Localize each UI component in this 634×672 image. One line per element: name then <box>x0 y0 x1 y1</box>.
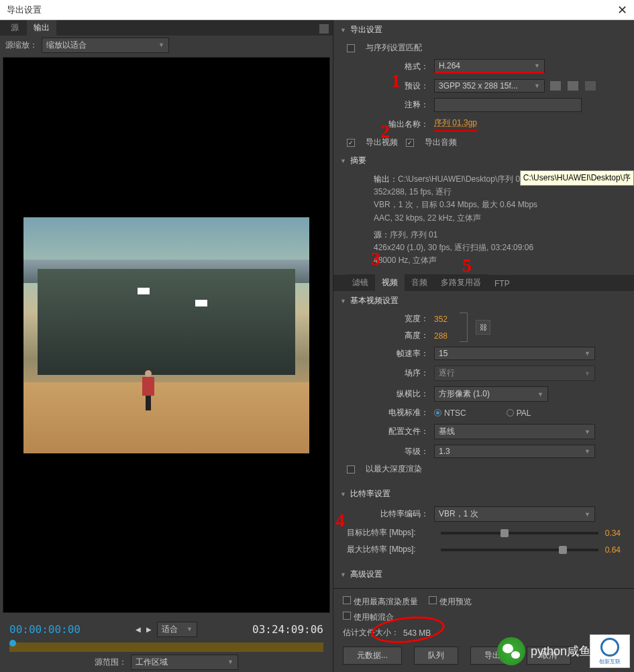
slider-thumb[interactable] <box>500 529 509 537</box>
summary-title: 摘要 <box>350 155 366 166</box>
level-dropdown[interactable]: 1.3▼ <box>434 445 595 458</box>
settings-tabs: 滤镜 视频 音频 多路复用器 FTP <box>333 275 634 291</box>
bitrate-title: 比特率设置 <box>350 488 390 500</box>
tab-source[interactable]: 源 <box>4 20 25 36</box>
link-bracket <box>460 313 468 342</box>
aspect-dropdown[interactable]: 方形像素 (1.0)▼ <box>434 386 548 402</box>
queue-button[interactable]: 队列 <box>414 647 458 665</box>
tab-ftp[interactable]: FTP <box>488 276 517 291</box>
max-bitrate-value[interactable]: 0.64 <box>605 545 621 555</box>
max-bitrate-slider[interactable] <box>441 549 598 551</box>
summary-source-label: 源： <box>374 230 390 239</box>
bitrate-encoding-value: VBR，1 次 <box>439 508 478 520</box>
match-sequence-checkbox[interactable] <box>347 44 355 52</box>
tab-multiplexer[interactable]: 多路复用器 <box>434 274 488 291</box>
output-path-tooltip: C:\Users\HUAWEI\Desktop\序 <box>520 170 634 186</box>
tab-video[interactable]: 视频 <box>375 274 405 291</box>
bitrate-encoding-label: 比特率编码： <box>333 508 434 520</box>
bitrate-header[interactable]: ▼ 比特率设置 <box>333 484 634 504</box>
tab-audio[interactable]: 音频 <box>405 274 434 291</box>
export-settings-window: 导出设置 ✕ 源 输出 源缩放： 缩放以适合▼ <box>0 0 634 672</box>
timecode-total: 03:24:09:06 <box>252 623 323 636</box>
height-value[interactable]: 288 <box>434 331 447 341</box>
right-pane: ▼ 导出设置 与序列设置匹配 格式： H.264▼ 预设： 3GPP 352 <box>333 20 634 672</box>
level-label: 等级： <box>333 446 434 457</box>
format-dropdown[interactable]: H.264▼ <box>434 59 545 74</box>
use-preview-checkbox[interactable] <box>429 596 437 604</box>
delete-preset-icon[interactable] <box>585 81 596 91</box>
import-preset-icon[interactable] <box>568 81 578 91</box>
preview-image <box>23 217 309 453</box>
source-range-dropdown[interactable]: 工作区域▼ <box>131 655 238 670</box>
close-icon[interactable]: ✕ <box>617 3 627 17</box>
summary-header[interactable]: ▼ 摘要 <box>333 151 634 170</box>
playhead[interactable] <box>9 640 16 647</box>
timecode-current[interactable]: 00:00:00:00 <box>9 623 81 636</box>
source-range-value: 工作区域 <box>136 657 168 668</box>
ntsc-radio[interactable] <box>434 409 441 416</box>
preview-area[interactable] <box>3 57 330 613</box>
next-frame-icon[interactable]: ▶ <box>146 626 152 633</box>
advanced-header[interactable]: ▼ 高级设置 <box>333 565 634 584</box>
profile-dropdown[interactable]: 基线▼ <box>434 424 595 439</box>
chevron-down-icon: ▼ <box>534 62 540 69</box>
fit-dropdown[interactable]: 适合▼ <box>157 622 197 637</box>
scale-dropdown[interactable]: 缩放以适合▼ <box>42 38 169 53</box>
summary-output-path: C:\Users\HUAWEI\Desktop\序列 01.3gp <box>398 174 540 184</box>
pal-radio[interactable] <box>507 409 514 416</box>
max-render-quality-label: 使用最高渲染质量 <box>354 597 418 606</box>
export-audio-checkbox[interactable] <box>406 139 414 147</box>
basic-video-header[interactable]: ▼ 基本视频设置 <box>333 291 634 311</box>
disclosure-triangle-icon: ▼ <box>340 27 346 34</box>
panel-menu-icon[interactable] <box>319 24 329 34</box>
corner-logo: 创新互联 <box>590 634 630 668</box>
metadata-button[interactable]: 元数据... <box>343 647 402 665</box>
summary-out-l2: 352x288, 15 fps, 逐行 <box>374 186 621 199</box>
summary-output-label: 输出： <box>374 174 398 184</box>
tv-standard-label: 电视标准： <box>333 407 434 418</box>
ntsc-label: NTSC <box>444 408 466 418</box>
chevron-down-icon: ▼ <box>584 429 590 435</box>
chevron-down-icon: ▼ <box>584 350 590 357</box>
max-depth-label: 以最大深度渲染 <box>366 463 422 475</box>
export-video-checkbox[interactable] <box>347 139 355 147</box>
source-range-label: 源范围： <box>95 657 127 668</box>
profile-value: 基线 <box>439 426 455 437</box>
preset-dropdown[interactable]: 3GPP 352 x 288 15f...▼ <box>434 79 545 93</box>
tab-output[interactable]: 输出 <box>27 20 56 36</box>
bitrate-encoding-dropdown[interactable]: VBR，1 次▼ <box>434 506 595 522</box>
slider-thumb[interactable] <box>559 546 567 554</box>
tab-filter[interactable]: 滤镜 <box>346 274 375 291</box>
target-bitrate-slider[interactable] <box>441 532 598 535</box>
basic-video-title: 基本视频设置 <box>350 295 399 306</box>
max-render-quality-checkbox[interactable] <box>343 596 351 604</box>
fps-label: 帧速率： <box>333 348 434 359</box>
chevron-down-icon: ▼ <box>584 448 590 455</box>
summary-out-l4: AAC, 32 kbps, 22 kHz, 立体声 <box>374 212 621 225</box>
output-name-link[interactable]: 序列 01.3gp <box>434 117 477 131</box>
pal-label: PAL <box>517 408 531 418</box>
link-dimensions-icon[interactable]: ⛓ <box>476 320 490 335</box>
advanced-title: 高级设置 <box>350 569 382 580</box>
prev-frame-icon[interactable]: ◀ <box>136 626 141 633</box>
timeline-bar[interactable] <box>9 642 323 652</box>
summary-content: 输出：C:\Users\HUAWEI\Desktop\序列 01.3gp 352… <box>333 170 634 275</box>
target-bitrate-label: 目标比特率 [Mbps]: <box>347 527 434 539</box>
export-settings-header[interactable]: ▼ 导出设置 <box>333 20 634 40</box>
aspect-value: 方形像素 (1.0) <box>439 388 490 400</box>
chevron-down-icon: ▼ <box>534 82 540 89</box>
save-preset-icon[interactable] <box>550 81 561 91</box>
export-audio-label: 导出音频 <box>425 137 457 148</box>
width-value[interactable]: 352 <box>434 315 447 324</box>
summary-src-l1: 序列, 序列 01 <box>390 230 437 239</box>
max-bitrate-label: 最大比特率 [Mbps]: <box>347 544 434 555</box>
comment-input[interactable] <box>434 98 582 112</box>
target-bitrate-value[interactable]: 0.34 <box>605 528 621 538</box>
export-video-label: 导出视频 <box>366 137 398 148</box>
frame-blending-checkbox[interactable] <box>343 612 351 620</box>
max-depth-checkbox[interactable] <box>347 465 355 473</box>
fit-value: 适合 <box>162 624 178 635</box>
scale-label: 源缩放： <box>5 40 38 51</box>
titlebar: 导出设置 ✕ <box>0 0 634 20</box>
fps-dropdown[interactable]: 15▼ <box>434 347 595 360</box>
